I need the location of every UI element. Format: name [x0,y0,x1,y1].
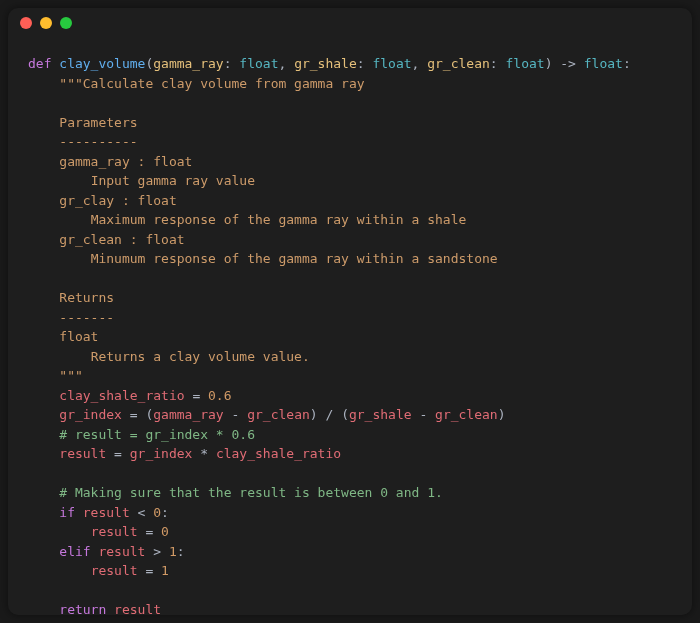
docstring: """Calculate clay volume from gamma ray [59,76,364,91]
comment: # Making sure that the result is between… [59,485,443,500]
function-name: clay_volume [59,56,145,71]
docstring: Returns [59,290,114,305]
number: 0 [161,524,169,539]
docstring: Input gamma ray value [91,173,255,188]
variable: gr_index [130,446,193,461]
docstring: gamma_ray : float [59,154,192,169]
keyword-def: def [28,56,51,71]
variable: result [114,602,161,615]
number: 0 [153,505,161,520]
variable: result [98,544,145,559]
maximize-icon[interactable] [60,17,72,29]
docstring: ------- [59,310,114,325]
type: float [506,56,545,71]
variable: result [91,524,138,539]
docstring: Returns a clay volume value. [91,349,310,364]
docstring: gr_clay : float [59,193,176,208]
docstring: gr_clean : float [59,232,184,247]
param: gr_shale [294,56,357,71]
variable: result [59,446,106,461]
number: 1 [161,563,169,578]
comment: # result = gr_index * 0.6 [59,427,255,442]
variable: clay_shale_ratio [216,446,341,461]
variable: gr_index [59,407,122,422]
keyword-return: return [59,602,106,615]
docstring: ---------- [59,134,137,149]
docstring: Minumum response of the gamma ray within… [91,251,498,266]
keyword-if: if [59,505,75,520]
variable: result [91,563,138,578]
variable: gr_clean [435,407,498,422]
keyword-elif: elif [59,544,90,559]
docstring: Maximum response of the gamma ray within… [91,212,467,227]
param: gr_clean [427,56,490,71]
variable: gr_clean [247,407,310,422]
number: 1 [169,544,177,559]
type: float [239,56,278,71]
code-editor[interactable]: def clay_volume(gamma_ray: float, gr_sha… [8,38,692,615]
code-window: def clay_volume(gamma_ray: float, gr_sha… [8,8,692,615]
number: 0.6 [208,388,231,403]
docstring: """ [59,368,82,383]
titlebar [8,8,692,38]
variable: gamma_ray [153,407,223,422]
variable: gr_shale [349,407,412,422]
docstring: Parameters [59,115,137,130]
param: gamma_ray [153,56,223,71]
type: float [372,56,411,71]
close-icon[interactable] [20,17,32,29]
docstring: float [59,329,98,344]
minimize-icon[interactable] [40,17,52,29]
variable: clay_shale_ratio [59,388,184,403]
return-type: float [584,56,623,71]
variable: result [83,505,130,520]
